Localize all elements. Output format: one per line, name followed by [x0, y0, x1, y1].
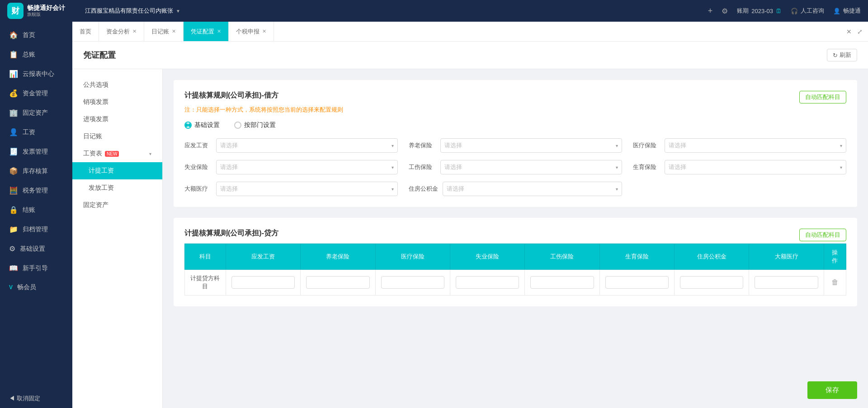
select-medical[interactable]: 请选择 ▾ [665, 138, 846, 153]
debit-section-note: 注：只能选择一种方式，系统将按照您当前的选择来配置规则 [184, 106, 846, 114]
sidebar-item-guide[interactable]: 📖 新手引导 [0, 258, 72, 278]
select-housing-fund[interactable]: 请选择 ▾ [443, 182, 622, 196]
group-chevron-icon: ▾ [149, 151, 151, 156]
sidebar-item-closing[interactable]: 🔒 结账 [0, 200, 72, 220]
select-pension[interactable]: 请选择 ▾ [440, 138, 622, 153]
sidebar-item-tax[interactable]: 🧮 税务管理 [0, 181, 72, 200]
col-large-medical: 大额医疗 [749, 244, 824, 270]
left-nav-purchase-invoice[interactable]: 进项发票 [72, 111, 162, 128]
tab-voucher-close[interactable]: ✕ [217, 28, 221, 34]
debit-auto-match-button[interactable]: 自动匹配科目 [799, 91, 846, 103]
sidebar-item-settings[interactable]: ⚙ 基础设置 [0, 239, 72, 258]
form-item-pension: 养老保险 请选择 ▾ [409, 138, 622, 153]
left-nav: 公共选项 销项发票 进项发票 日记账 工资表 NEW [72, 69, 163, 408]
select-unemployment[interactable]: 请选择 ▾ [216, 160, 398, 174]
left-nav-salary-table-group[interactable]: 工资表 NEW ▾ [72, 145, 162, 162]
cell-large-medical[interactable] [749, 270, 824, 295]
input-unemployment[interactable] [456, 276, 519, 289]
sidebar-item-assets[interactable]: 🏢 固定资产 [0, 103, 72, 122]
cell-payroll[interactable] [226, 270, 300, 295]
tab-journal-close[interactable]: ✕ [172, 28, 176, 34]
settings-icon[interactable]: ⚙ [722, 7, 728, 15]
input-payroll[interactable] [231, 276, 295, 289]
add-button[interactable]: + [708, 6, 713, 16]
tab-tax-report[interactable]: 个税申报 ✕ [229, 22, 274, 41]
headphone-icon: 🎧 [791, 8, 798, 14]
left-nav-sales-invoice[interactable]: 销项发票 [72, 94, 162, 111]
left-nav-journal[interactable]: 日记账 [72, 128, 162, 145]
left-nav-pay-salary[interactable]: 发放工资 [72, 179, 162, 197]
sidebar-item-salary[interactable]: 👤 工资 [0, 122, 72, 142]
company-selector[interactable]: 江西服宝精品有限责任公司内账张 ▼ [80, 7, 186, 15]
tab-funds[interactable]: 资金分析 ✕ [99, 22, 144, 41]
inventory-icon: 📦 [9, 167, 18, 175]
save-button[interactable]: 保存 [807, 381, 857, 399]
calendar-icon[interactable]: 🗓 [776, 8, 782, 14]
logo-sub: 旗舰版 [27, 11, 65, 18]
sidebar: 🏠 首页 📋 总账 📊 云报表中心 💰 资金管理 🏢 固定资产 👤 工资 🧾 发… [0, 22, 72, 408]
debit-form-grid: 应发工资 请选择 ▾ 养老保险 请选择 ▾ [184, 138, 846, 196]
input-large-medical[interactable] [755, 276, 818, 289]
cell-pension[interactable] [301, 270, 375, 295]
close-window-icon[interactable]: ✕ [846, 28, 852, 35]
user-avatar[interactable]: 👤 畅捷通 [833, 7, 861, 15]
left-nav-accrue-salary[interactable]: 计提工资 [72, 162, 162, 179]
sidebar-item-member[interactable]: V 畅会员 [0, 278, 72, 297]
cell-injury[interactable] [525, 270, 599, 295]
select-large-medical[interactable]: 请选择 ▾ [216, 182, 398, 196]
sidebar-item-reports[interactable]: 📊 云报表中心 [0, 64, 72, 84]
col-housing: 住房公积金 [675, 244, 749, 270]
left-nav-public[interactable]: 公共选项 [72, 76, 162, 94]
content-area: 首页 资金分析 ✕ 日记账 ✕ 凭证配置 ✕ 个税申报 ✕ ✕ ⤢ [72, 22, 868, 408]
tab-voucher-config[interactable]: 凭证配置 ✕ [184, 22, 229, 41]
radio-dept[interactable]: 按部门设置 [234, 121, 276, 129]
right-content: 计提核算规则(公司承担)-借方 注：只能选择一种方式，系统将按照您当前的选择来配… [163, 69, 868, 408]
sidebar-item-archive[interactable]: 📁 归档管理 [0, 220, 72, 239]
select-payroll[interactable]: 请选择 ▾ [216, 138, 398, 153]
tab-bar: 首页 资金分析 ✕ 日记账 ✕ 凭证配置 ✕ 个税申报 ✕ ✕ ⤢ [72, 22, 868, 42]
input-injury[interactable] [530, 276, 594, 289]
left-nav-fixed-assets[interactable]: 固定资产 [72, 197, 162, 214]
ledger-icon: 📋 [9, 50, 18, 59]
debit-section: 计提核算规则(公司承担)-借方 注：只能选择一种方式，系统将按照您当前的选择来配… [174, 80, 857, 207]
input-pension[interactable] [306, 276, 369, 289]
company-chevron-icon: ▼ [176, 9, 180, 14]
cancel-pin-button[interactable]: ◀ 取消固定 [0, 389, 72, 408]
cell-housing[interactable] [675, 270, 749, 295]
select-injury-chevron: ▾ [616, 165, 618, 170]
salary-icon: 👤 [9, 128, 18, 136]
sidebar-item-funds[interactable]: 💰 资金管理 [0, 84, 72, 103]
support-button[interactable]: 🎧 人工咨询 [791, 7, 824, 15]
select-injury[interactable]: 请选择 ▾ [440, 160, 622, 174]
logo-text: 畅捷通好会计 [27, 4, 65, 12]
form-item-medical: 医疗保险 请选择 ▾ [633, 138, 846, 153]
credit-auto-match-button[interactable]: 自动匹配科目 [799, 229, 846, 241]
col-injury: 工伤保险 [525, 244, 599, 270]
tab-funds-close[interactable]: ✕ [132, 28, 137, 34]
form-item-unemployment: 失业保险 请选择 ▾ [184, 160, 398, 174]
cell-maternity[interactable] [599, 270, 674, 295]
col-unemployment: 失业保险 [450, 244, 524, 270]
sidebar-item-ledger[interactable]: 📋 总账 [0, 45, 72, 64]
sidebar-item-inventory[interactable]: 📦 库存核算 [0, 161, 72, 181]
tab-journal[interactable]: 日记账 ✕ [144, 22, 184, 41]
sidebar-item-home[interactable]: 🏠 首页 [0, 25, 72, 45]
input-housing[interactable] [680, 276, 743, 289]
cell-operation[interactable]: 🗑 [824, 270, 846, 295]
settings-icon: ⚙ [9, 244, 15, 253]
cell-unemployment[interactable] [450, 270, 524, 295]
radio-basic[interactable]: 基础设置 [184, 121, 220, 129]
select-maternity[interactable]: 请选择 ▾ [665, 160, 846, 174]
main-layout: 🏠 首页 📋 总账 📊 云报表中心 💰 资金管理 🏢 固定资产 👤 工资 🧾 发… [0, 22, 868, 408]
cell-medical[interactable] [375, 270, 450, 295]
tab-home[interactable]: 首页 [72, 22, 99, 41]
tab-tax-close[interactable]: ✕ [262, 28, 266, 34]
refresh-button[interactable]: ↻ 刷新 [827, 49, 857, 61]
sidebar-item-invoices[interactable]: 🧾 发票管理 [0, 142, 72, 161]
form-item-payroll: 应发工资 请选择 ▾ [184, 138, 398, 153]
maximize-window-icon[interactable]: ⤢ [857, 28, 863, 35]
input-maternity[interactable] [605, 276, 669, 289]
archive-icon: 📁 [9, 225, 18, 234]
col-maternity: 生育保险 [599, 244, 674, 270]
input-medical[interactable] [381, 276, 444, 289]
